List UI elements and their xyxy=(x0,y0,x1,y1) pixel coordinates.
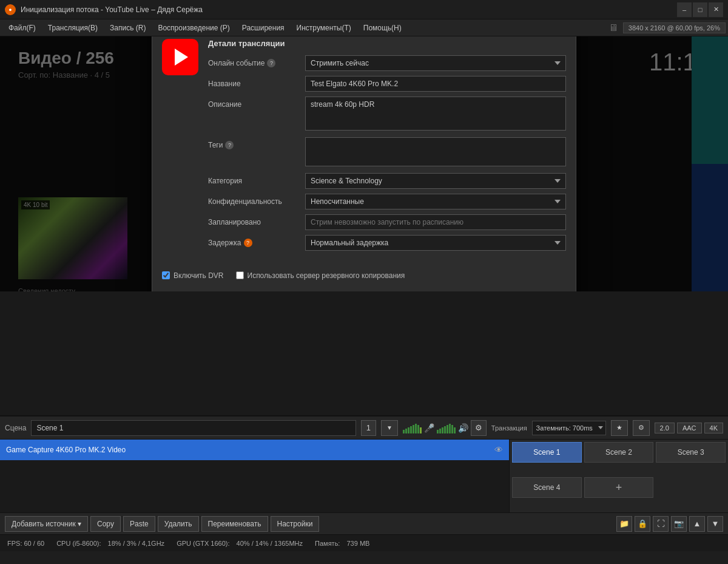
modal-footer: Запуск трансляции Отменить xyxy=(152,286,576,292)
menu-record[interactable]: Запись (R) xyxy=(104,21,152,35)
source-item: Game Capture 4K60 Pro MK.2 Video 👁 xyxy=(0,440,509,460)
sources-list: Game Capture 4K60 Pro MK.2 Video 👁 xyxy=(0,440,510,512)
category-select[interactable]: Science & Technology xyxy=(305,173,566,189)
modal-dialog: ✕ Детали трансляции Онлайн событие xyxy=(152,36,576,291)
sources-toolbar: Добавить источник ▾ Copy Paste Удалить П… xyxy=(0,512,728,534)
tags-row: Теги ? xyxy=(208,137,566,168)
seg6 xyxy=(415,424,417,433)
delete-button[interactable]: Удалить xyxy=(158,516,199,532)
youtube-logo xyxy=(162,39,198,75)
seg16 xyxy=(454,427,456,433)
menu-tools[interactable]: Инструменты(Т) xyxy=(291,21,357,35)
eye-toggle-btn[interactable]: 👁 xyxy=(494,445,503,455)
modal-body: Детали трансляции Онлайн событие ? Стрим… xyxy=(152,36,576,265)
privacy-row: Конфиденциальность Непосчитанные xyxy=(208,194,566,209)
titlebar: ● Инициализация потока - YouTube Live – … xyxy=(0,0,728,19)
delay-help-icon[interactable]: ? xyxy=(244,239,252,247)
folder-icon-btn[interactable]: 📁 xyxy=(616,516,632,532)
transition-extra-btn2[interactable]: ⚙ xyxy=(633,420,650,436)
description-row: Описание stream 4k 60p HDR xyxy=(208,97,566,132)
seg4 xyxy=(410,426,412,433)
gpu-status: GPU (GTX 1660): 40% / 14% / 1365MHz xyxy=(177,540,303,547)
online-event-select[interactable]: Стримить сейчас xyxy=(305,55,566,71)
audio-bar-1 xyxy=(403,423,422,433)
scene-tile-2[interactable]: Scene 2 xyxy=(584,442,654,463)
memory-status: Память: 739 MB xyxy=(315,540,369,547)
tags-help-icon[interactable]: ? xyxy=(225,141,234,149)
online-event-control: Стримить сейчас xyxy=(305,55,566,71)
dvr-checkbox-label[interactable]: Включить DVR xyxy=(162,271,224,280)
window-controls: – □ ✕ xyxy=(677,2,723,17)
fps-status: FPS: 60 / 60 xyxy=(7,540,44,547)
scheduled-input[interactable] xyxy=(305,214,566,230)
menu-broadcast[interactable]: Трансляция(В) xyxy=(42,21,104,35)
backup-checkbox[interactable] xyxy=(236,271,244,279)
paste-button[interactable]: Paste xyxy=(123,516,155,532)
scene-tile-3[interactable]: Scene 3 xyxy=(656,442,726,463)
rename-button[interactable]: Переименовать xyxy=(201,516,268,532)
seg5 xyxy=(413,425,414,433)
scene-tile-4[interactable]: Scene 4 xyxy=(512,477,582,498)
toolbar-icons: 📁 🔒 ⛶ 📷 ▲ ▼ xyxy=(616,516,723,532)
settings-button[interactable]: Настройки xyxy=(271,516,320,532)
seg9 xyxy=(437,430,439,433)
scene-add-btn[interactable]: + xyxy=(584,477,654,498)
privacy-select[interactable]: Непосчитанные xyxy=(305,194,566,209)
scheduled-row: Запланировано xyxy=(208,214,566,230)
mic-icon[interactable]: 🎤 xyxy=(424,423,434,433)
down-icon-btn[interactable]: ▼ xyxy=(707,516,723,532)
name-input[interactable] xyxy=(305,76,566,92)
privacy-label: Конфиденциальность xyxy=(208,194,305,206)
scene-dropdown-btn[interactable]: ▼ xyxy=(381,420,398,436)
menu-playback[interactable]: Воспроизведение (Р) xyxy=(152,21,235,35)
seg13 xyxy=(447,425,448,433)
modal-form: Детали трансляции Онлайн событие ? Стрим… xyxy=(208,39,566,256)
bottom-area: Сцена 1 ▼ 🎤 xyxy=(0,415,728,564)
menu-help[interactable]: Помощь(Н) xyxy=(357,21,408,35)
online-event-help-icon[interactable]: ? xyxy=(267,59,275,67)
screenshot-icon-btn[interactable]: 📷 xyxy=(671,516,687,532)
menu-file[interactable]: Файл(F) xyxy=(2,21,42,35)
codec-badges: 2.0 AAC 4K xyxy=(655,423,723,433)
scene-number-btn[interactable]: 1 xyxy=(361,420,376,436)
minimize-button[interactable]: – xyxy=(677,2,692,17)
audio-controls: 🎤 🔊 ⚙ xyxy=(403,420,487,436)
codec-badge-stereo: 2.0 xyxy=(655,423,675,433)
online-event-row: Онлайн событие ? Стримить сейчас xyxy=(208,55,566,71)
description-label: Описание xyxy=(208,97,305,109)
close-button[interactable]: ✕ xyxy=(709,2,723,17)
tags-label: Теги ? xyxy=(208,137,305,149)
cpu-status: CPU (i5-8600): 18% / 3% / 4,1GHz xyxy=(56,540,164,547)
menu-extensions[interactable]: Расширения xyxy=(236,21,291,35)
checkboxes-row: Включить DVR Использовать сервер резервн… xyxy=(152,265,576,286)
up-icon-btn[interactable]: ▲ xyxy=(689,516,705,532)
transition-select[interactable]: Затемнить: 700ms xyxy=(532,421,606,435)
seg11 xyxy=(442,427,443,433)
add-source-button[interactable]: Добавить источник ▾ xyxy=(5,516,88,532)
maximize-button[interactable]: □ xyxy=(693,2,707,17)
backup-checkbox-label[interactable]: Использовать сервер резервного копирован… xyxy=(236,271,405,280)
audio-settings-btn[interactable]: ⚙ xyxy=(471,420,487,436)
lock-icon-btn[interactable]: 🔒 xyxy=(635,516,650,532)
tags-textarea[interactable] xyxy=(305,137,566,166)
speaker-icon[interactable]: 🔊 xyxy=(458,423,468,433)
expand-icon-btn[interactable]: ⛶ xyxy=(653,516,669,532)
category-label: Категория xyxy=(208,173,305,185)
description-control: stream 4k 60p HDR xyxy=(305,97,566,132)
seg8 xyxy=(420,427,422,433)
seg7 xyxy=(417,425,419,433)
dvr-checkbox[interactable] xyxy=(162,271,170,279)
copy-button[interactable]: Copy xyxy=(90,516,121,532)
tags-control xyxy=(305,137,566,168)
audio-bar-2 xyxy=(437,423,456,433)
delay-control: Нормальный задержка xyxy=(305,235,566,251)
scene-bar: Сцена 1 ▼ 🎤 xyxy=(0,416,728,440)
transition-extra-btn[interactable]: ★ xyxy=(611,420,628,436)
description-textarea[interactable]: stream 4k 60p HDR xyxy=(305,97,566,131)
scene-input[interactable] xyxy=(31,420,356,436)
seg14 xyxy=(449,424,451,433)
scene-tile-1[interactable]: Scene 1 xyxy=(512,442,582,463)
scenes-panel: Scene 1 Scene 2 Scene 3 Scene 4 + xyxy=(510,440,728,512)
delay-select[interactable]: Нормальный задержка xyxy=(305,235,566,251)
source-item-text: Game Capture 4K60 Pro MK.2 Video xyxy=(6,446,490,454)
